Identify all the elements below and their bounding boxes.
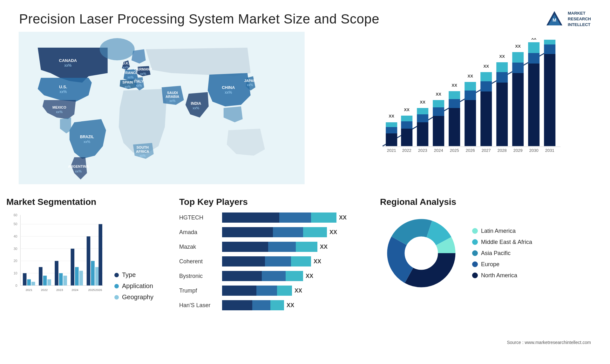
svg-text:xx%: xx% bbox=[123, 66, 129, 69]
legend-europe: Europe bbox=[472, 261, 532, 268]
players-section: Top Key Players HGTECH XX Amada bbox=[173, 194, 367, 337]
world-map: CANADA xx% U.S. xx% MEXICO xx% BRAZIL xx… bbox=[0, 32, 323, 184]
europe-label: Europe bbox=[481, 261, 499, 268]
svg-text:xx%: xx% bbox=[169, 99, 175, 103]
legend-geography: Geography bbox=[114, 293, 153, 301]
player-name-mazak: Mazak bbox=[179, 244, 217, 250]
svg-text:M: M bbox=[552, 17, 556, 23]
svg-rect-71 bbox=[480, 72, 492, 81]
svg-rect-86 bbox=[528, 42, 539, 53]
type-dot bbox=[114, 273, 119, 277]
legend-latin-america: Latin America bbox=[472, 228, 532, 234]
svg-rect-111 bbox=[31, 282, 35, 286]
player-bar-coherent: XX bbox=[222, 256, 361, 267]
svg-text:xx%: xx% bbox=[75, 169, 82, 173]
svg-rect-89 bbox=[544, 54, 555, 146]
player-row-coherent: Coherent XX bbox=[179, 256, 361, 267]
top-row: CANADA xx% U.S. xx% MEXICO xx% BRAZIL xx… bbox=[0, 32, 610, 184]
regional-section: Regional Analysis bbox=[374, 194, 610, 337]
svg-rect-45 bbox=[401, 121, 412, 129]
svg-text:2022: 2022 bbox=[41, 288, 48, 292]
regional-title: Regional Analysis bbox=[380, 197, 604, 207]
svg-rect-91 bbox=[544, 40, 555, 44]
growth-bar-chart: XX 2021 XX 2022 XX 2023 XX 2024 XX bbox=[336, 38, 601, 165]
player-bar-trumpf: XX bbox=[222, 285, 361, 296]
svg-rect-129 bbox=[98, 224, 102, 286]
svg-text:ARGENTINA: ARGENTINA bbox=[68, 165, 89, 168]
bar-chart-section: XX 2021 XX 2022 XX 2023 XX 2024 XX bbox=[330, 32, 610, 184]
svg-text:xx%: xx% bbox=[84, 140, 90, 144]
segmentation-legend: Type Application Geography bbox=[114, 271, 153, 301]
latin-america-label: Latin America bbox=[481, 228, 516, 234]
svg-rect-121 bbox=[71, 249, 74, 286]
segmentation-chart-area: 0 10 20 30 40 50 60 2021 bbox=[6, 212, 160, 301]
svg-text:GERMANY: GERMANY bbox=[134, 67, 152, 71]
svg-text:XX: XX bbox=[531, 38, 536, 41]
logo-text: MARKET RESEARCH INTELLECT bbox=[568, 10, 591, 28]
svg-text:AFRICA: AFRICA bbox=[136, 150, 149, 153]
player-bar-hans-laser: XX bbox=[222, 300, 361, 311]
svg-text:0: 0 bbox=[16, 284, 17, 287]
svg-text:60: 60 bbox=[14, 213, 17, 217]
player-value-hans-laser: XX bbox=[287, 302, 294, 309]
svg-text:xx%: xx% bbox=[125, 85, 131, 89]
svg-text:2030: 2030 bbox=[529, 148, 538, 153]
svg-text:BRAZIL: BRAZIL bbox=[80, 135, 94, 139]
svg-text:2029: 2029 bbox=[513, 148, 522, 153]
svg-rect-80 bbox=[512, 63, 524, 73]
svg-text:2023: 2023 bbox=[418, 148, 427, 153]
svg-rect-115 bbox=[47, 279, 51, 285]
geography-label: Geography bbox=[122, 293, 153, 301]
svg-text:xx%: xx% bbox=[193, 106, 199, 110]
player-name-trumpf: Trumpf bbox=[179, 287, 217, 294]
svg-text:INDIA: INDIA bbox=[191, 101, 201, 106]
svg-text:CHINA: CHINA bbox=[222, 85, 235, 90]
player-value-coherent: XX bbox=[314, 258, 321, 265]
svg-text:XX: XX bbox=[404, 107, 410, 112]
svg-text:XX: XX bbox=[515, 44, 521, 49]
svg-rect-125 bbox=[87, 236, 91, 285]
bottom-row: Market Segmentation 0 10 20 30 40 50 60 bbox=[0, 194, 610, 337]
svg-text:XX: XX bbox=[499, 54, 505, 59]
svg-text:2022: 2022 bbox=[402, 148, 411, 153]
svg-rect-75 bbox=[496, 72, 508, 83]
svg-rect-40 bbox=[386, 127, 397, 133]
players-title: Top Key Players bbox=[179, 197, 361, 207]
svg-text:xx%: xx% bbox=[225, 90, 232, 95]
segmentation-section: Market Segmentation 0 10 20 30 40 50 60 bbox=[0, 194, 166, 337]
svg-text:SOUTH: SOUTH bbox=[137, 145, 149, 149]
svg-text:2023: 2023 bbox=[56, 288, 63, 292]
latin-america-dot bbox=[472, 228, 478, 234]
player-bar-mazak: XX bbox=[222, 241, 361, 253]
legend-type: Type bbox=[114, 271, 153, 279]
player-row-mazak: Mazak XX bbox=[179, 241, 361, 253]
svg-text:20: 20 bbox=[14, 259, 17, 263]
regional-content: Latin America Middle East & Africa Asia … bbox=[380, 212, 604, 294]
svg-rect-113 bbox=[39, 267, 43, 286]
svg-rect-123 bbox=[79, 271, 83, 285]
player-name-amada: Amada bbox=[179, 229, 217, 236]
svg-text:2024: 2024 bbox=[71, 288, 78, 292]
svg-text:2028: 2028 bbox=[497, 148, 506, 153]
player-name-bystronic: Bystronic bbox=[179, 273, 217, 280]
svg-text:XX: XX bbox=[483, 64, 489, 69]
svg-text:XX: XX bbox=[451, 83, 457, 88]
svg-text:2025: 2025 bbox=[450, 148, 459, 153]
player-value-mazak: XX bbox=[320, 244, 328, 250]
svg-text:2026: 2026 bbox=[95, 288, 102, 292]
player-bar-hgtech: XX bbox=[222, 212, 361, 223]
svg-text:xx%: xx% bbox=[140, 72, 146, 76]
regional-legend: Latin America Middle East & Africa Asia … bbox=[472, 228, 532, 279]
asia-pacific-dot bbox=[472, 250, 478, 256]
player-row-hgtech: HGTECH XX bbox=[179, 212, 361, 223]
player-value-trumpf: XX bbox=[295, 287, 302, 294]
svg-rect-127 bbox=[95, 267, 99, 286]
svg-text:ARABIA: ARABIA bbox=[166, 95, 179, 98]
svg-text:U.S.: U.S. bbox=[59, 84, 67, 89]
north-america-label: North America bbox=[481, 272, 517, 279]
svg-rect-118 bbox=[59, 273, 63, 286]
svg-rect-56 bbox=[433, 100, 444, 107]
player-value-bystronic: XX bbox=[306, 273, 313, 280]
legend-middle-east-africa: Middle East & Africa bbox=[472, 239, 532, 246]
svg-rect-51 bbox=[417, 108, 428, 114]
